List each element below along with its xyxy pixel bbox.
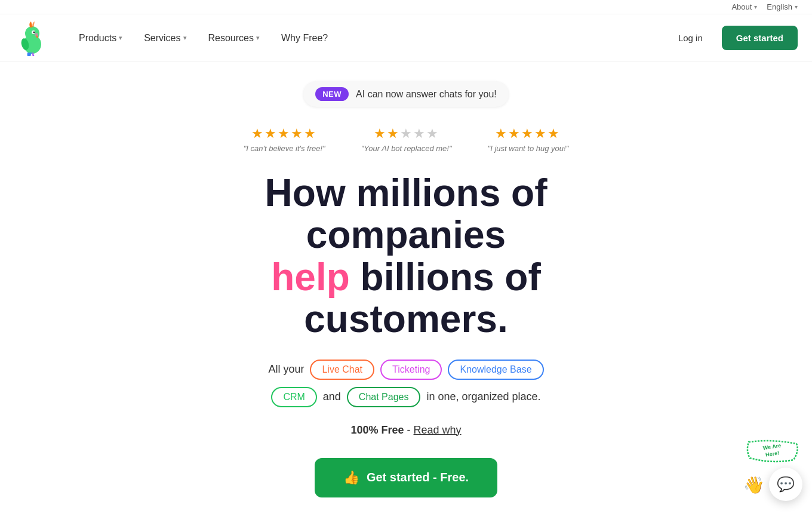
free-separator: - — [407, 424, 414, 436]
nav-resources-chevron: ▾ — [256, 34, 260, 42]
main-content: NEW AI can now answer chats for you! ★★★… — [0, 62, 812, 513]
review-2: ★★★★★ "Your AI bot replaced me!" — [361, 126, 452, 153]
chat-widget: We Are Here! 👋 💬 — [743, 439, 802, 501]
chat-open-button[interactable]: 💬 — [769, 468, 802, 501]
nav-links: Products ▾ Services ▾ Resources ▾ Why Fr… — [69, 28, 669, 48]
language-chevron: ▾ — [795, 4, 798, 10]
about-menu[interactable]: About ▾ — [731, 2, 757, 11]
tag-ticketing[interactable]: Ticketing — [380, 360, 442, 380]
suffix-text: in one, organized place. — [426, 391, 540, 403]
nav-products[interactable]: Products ▾ — [69, 28, 132, 48]
svg-point-4 — [35, 33, 38, 36]
nav-resources[interactable]: Resources ▾ — [199, 28, 269, 48]
chat-icon: 💬 — [777, 476, 795, 493]
tag-knowledge-base[interactable]: Knowledge Base — [448, 360, 543, 380]
hero-line1: How millions of companies — [265, 171, 548, 256]
nav-why-free-label: Why Free? — [281, 33, 328, 44]
nav-resources-label: Resources — [208, 33, 254, 44]
cta-label: Get started - Free. — [367, 471, 469, 484]
about-chevron: ▾ — [754, 4, 757, 10]
chat-widget-wrap: We Are Here! 👋 💬 — [743, 439, 802, 501]
nav-products-label: Products — [79, 33, 116, 44]
review-text-1: "I can't believe it's free!" — [244, 144, 325, 153]
review-text-3: "I just want to hug you!" — [488, 144, 569, 153]
nav-right: Log in Get started — [669, 26, 798, 50]
nav-services-chevron: ▾ — [183, 34, 187, 42]
we-are-here-sticker: We Are Here! — [743, 439, 802, 463]
new-badge: NEW — [315, 87, 349, 101]
tag-chat-pages[interactable]: Chat Pages — [347, 387, 421, 407]
review-text-2: "Your AI bot replaced me!" — [361, 144, 452, 153]
cta-button[interactable]: 👍 Get started - Free. — [315, 458, 497, 497]
tags-line-1: All your Live Chat Ticketing Knowledge B… — [268, 360, 543, 380]
reviews-row: ★★★★★ "I can't believe it's free!" ★★★★★… — [244, 126, 569, 153]
nav-why-free[interactable]: Why Free? — [272, 28, 337, 48]
and-text: and — [323, 391, 341, 403]
tags-line-2: CRM and Chat Pages in one, organized pla… — [271, 387, 540, 407]
language-menu[interactable]: English ▾ — [767, 2, 798, 11]
wave-hand-icon: 👋 — [742, 473, 765, 496]
hero-highlight: help — [271, 256, 350, 299]
chat-btn-row: 👋 💬 — [743, 468, 802, 501]
nav-services[interactable]: Services ▾ — [134, 28, 196, 48]
tag-live-chat[interactable]: Live Chat — [310, 360, 374, 380]
tag-crm[interactable]: CRM — [271, 387, 316, 407]
nav-services-label: Services — [144, 33, 180, 44]
hero-heading: How millions of companies help billions … — [167, 172, 645, 340]
svg-point-3 — [33, 31, 35, 33]
top-bar: About ▾ English ▾ — [0, 0, 812, 14]
banner-text: AI can now answer chats for you! — [356, 89, 497, 100]
tags-intro: All your — [268, 363, 304, 376]
navbar: Products ▾ Services ▾ Resources ▾ Why Fr… — [0, 14, 812, 62]
svg-text:Here!: Here! — [765, 450, 779, 457]
read-why-link[interactable]: Read why — [414, 424, 462, 436]
get-started-nav-button[interactable]: Get started — [722, 26, 798, 50]
stars-1: ★★★★★ — [251, 126, 317, 142]
free-bold: 100% Free — [350, 424, 404, 436]
login-button[interactable]: Log in — [669, 28, 712, 48]
review-1: ★★★★★ "I can't believe it's free!" — [244, 126, 325, 153]
nav-products-chevron: ▾ — [119, 34, 122, 42]
review-3: ★★★★★ "I just want to hug you!" — [488, 126, 569, 153]
stars-2: ★★★★★ — [374, 126, 439, 142]
about-label: About — [731, 2, 752, 11]
stars-3: ★★★★★ — [495, 126, 561, 142]
language-label: English — [767, 2, 792, 11]
thumbs-up-icon: 👍 — [343, 470, 359, 486]
free-text: 100% Free - Read why — [350, 424, 461, 437]
new-banner[interactable]: NEW AI can now answer chats for you! — [303, 81, 509, 107]
logo[interactable] — [14, 20, 50, 56]
